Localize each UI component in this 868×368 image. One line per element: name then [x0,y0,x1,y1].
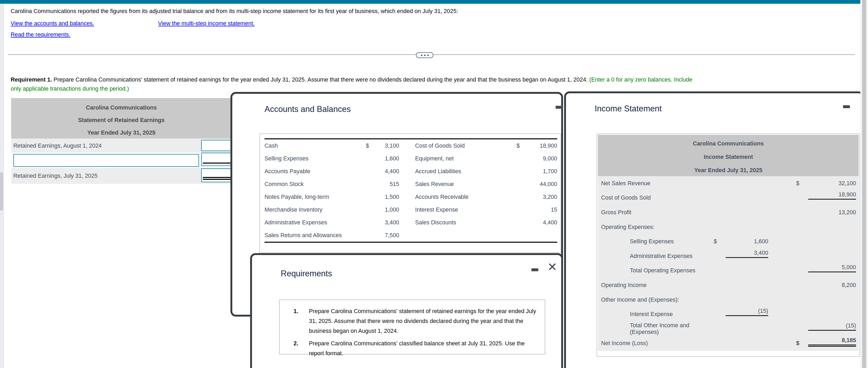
account-amount: 3,200 [525,194,557,200]
currency-symbol: $ [516,143,525,149]
account-amount: 18,900 [525,143,557,149]
table-row: Gross Profit 13,200 [598,205,859,220]
requirements-list: 1. Prepare Carolina Communications' stat… [279,300,545,355]
currency-symbol: $ [796,180,808,187]
re-row1-label: Retained Earnings, August 1, 2024 [13,142,102,149]
table-row: Operating Expenses: [598,220,859,234]
re-header-statement: Statement of Retained Earnings [11,117,231,124]
minimize-icon[interactable] [843,105,850,108]
account-name: Cost of Goods Sold [415,143,516,149]
table-row: Total Operating Expenses 5,000 [598,263,859,278]
account-amount: 4,400 [374,168,399,175]
table-row: Net Income (Loss) $ 8,185 [598,336,859,351]
account-amount: 515 [374,181,399,188]
item-text: Prepare Carolina Communications' stateme… [309,307,537,336]
requirements-dialog: Requirements ✕ 1. Prepare Carolina Commu… [250,253,563,368]
account-name: Merchandise Inventory [265,206,365,213]
link-view-income-statement[interactable]: View the multi-step income statement. [158,20,255,27]
line-item-label: Gross Profit [598,209,714,216]
income-statement-dialog: Income Statement Carolina Communications… [564,91,864,368]
account-name: Cash [265,143,365,149]
account-amount: 4,400 [525,219,557,226]
table-row: Total Other Income and (Expenses) (15) [598,322,859,336]
requirement-1-green-line2: only applicable transactions during the … [11,86,129,92]
ellipsis-icon [424,55,426,56]
requirement-1-label: Requirement 1. [11,77,52,83]
account-name: Notes Payable, long-term [265,194,365,200]
account-amount: 3,100 [374,143,399,149]
account-amount: 1,500 [374,194,399,200]
table-row: Selling Expenses $ 1,600 [598,234,859,249]
item-number: 1. [293,307,309,336]
account-name: Common Stock [265,181,365,188]
table-row: Accounts Payable 4,400 Accrued Liabiliti… [265,165,557,178]
line-item-label: Operating Income [598,282,714,289]
re-description-input[interactable] [13,154,199,167]
requirements-dialog-title: Requirements [281,269,332,279]
link-read-requirements[interactable]: Read the requirements. [11,31,70,38]
table-row: Operating Income 8,200 [598,278,859,292]
list-item: 1. Prepare Carolina Communications' stat… [293,307,537,336]
re-header-company: Carolina Communications [11,105,231,111]
left-scrollbar-thumb[interactable] [0,172,3,210]
table-row: Retained Earnings, August 1, 2024 [11,139,231,153]
link-view-accounts[interactable]: View the accounts and balances. [11,20,94,27]
minimize-icon[interactable] [556,106,562,109]
line-item-label: Operating Expenses: [598,224,714,230]
table-row: Retained Earnings, July 31, 2025 [11,168,231,184]
is-header-statement: Income Statement [598,154,859,161]
table-row: Notes Payable, long-term 1,500 Accounts … [265,191,557,203]
line-item-label: Total Operating Expenses [598,267,714,274]
line-item-amount: 3,400 [726,250,768,258]
line-item-amount: 5,000 [808,264,856,272]
page: Carolina Communications reported the fig… [0,0,868,368]
is-header-period: Year Ended July 31, 2025 [598,167,859,174]
table-row: Administrative Expenses 3,400 Sales Disc… [265,216,557,229]
account-name: Interest Expense [415,206,516,213]
table-row: Merchandise Inventory 1,000 Interest Exp… [265,203,557,216]
vertical-scrollbar-thumb[interactable] [862,0,866,368]
table-bottom-rule [265,242,557,243]
line-item-label: Other Income and (Expenses): [598,296,714,303]
currency-symbol: $ [796,340,808,347]
account-name: Selling Expenses [265,155,365,162]
accounts-balances-table: Cash $ 3,100 Cost of Goods Sold $ 18,900… [265,138,557,243]
intro-paragraph: Carolina Communications reported the fig… [11,8,458,15]
minimize-icon[interactable] [531,268,538,271]
table-row: Selling Expenses 1,600 Equipment, net 9,… [265,152,557,165]
account-name: Accrued Liabilities [415,168,516,175]
account-amount: 44,000 [525,181,557,188]
vertical-scrollbar-track[interactable] [860,0,868,368]
requirement-1-body: Prepare Carolina Communications' stateme… [52,77,589,83]
account-amount: 7,500 [374,232,399,239]
account-amount: 15 [525,206,557,213]
list-item: 2. Prepare Carolina Communications' clas… [293,339,537,359]
table-row: Common Stock 515 Sales Revenue 44,000 [265,178,557,191]
account-name: Sales Discounts [415,219,516,226]
re-row3-label: Retained Earnings, July 31, 2025 [13,173,98,179]
line-item-amount: 8,200 [808,282,856,289]
account-amount: 1,000 [374,206,399,213]
accounts-balances-dialog-title: Accounts and Balances [265,105,351,114]
table-row: Sales Returns and Allowances 7,500 [265,229,557,242]
account-name: Administrative Expenses [265,219,365,226]
account-amount: 3,400 [374,219,399,226]
currency-symbol: $ [714,238,726,245]
line-item-amount: 18,900 [808,191,856,200]
line-item-label: Total Other Income and (Expenses) [598,322,714,336]
line-item-amount: 13,200 [808,209,856,216]
close-icon[interactable]: ✕ [547,262,557,272]
item-number: 2. [293,339,309,359]
account-name: Accounts Payable [265,168,365,175]
is-header-company: Carolina Communications [598,140,859,147]
income-statement-body: Net Sales Revenue $ 32,100 Cost of Goods… [598,176,859,351]
line-item-label: Administrative Expenses [598,253,714,259]
currency-symbol: $ [365,143,374,149]
table-row: Cost of Goods Sold 18,900 [598,191,859,205]
item-text: Prepare Carolina Communications' classif… [309,339,537,359]
ellipsis-expander-button[interactable] [416,52,433,58]
income-statement-panel: Carolina Communications Income Statement… [597,134,860,357]
account-name: Sales Returns and Allowances [265,232,365,239]
account-name: Equipment, net [415,155,516,162]
line-item-label: Net Sales Revenue [598,180,714,187]
